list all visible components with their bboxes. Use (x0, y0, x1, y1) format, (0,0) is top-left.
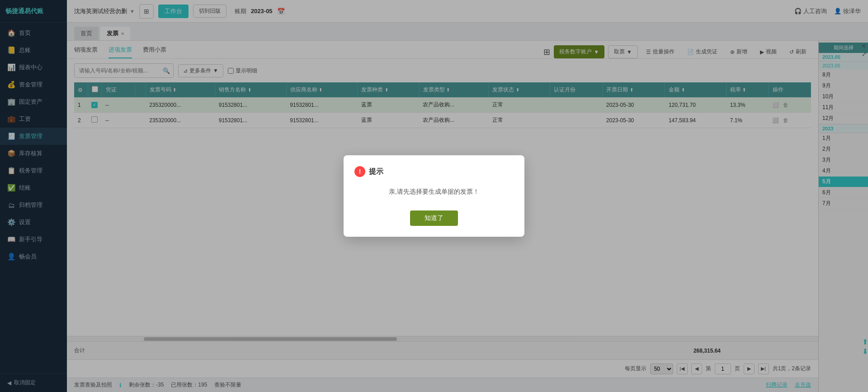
dialog-ok-button[interactable]: 知道了 (410, 210, 458, 226)
dialog-message: 亲,请先选择要生成单据的发票！ (389, 188, 479, 195)
dialog-overlay: ! 提示 亲,请先选择要生成单据的发票！ 知道了 (0, 0, 868, 392)
dialog-footer: 知道了 (354, 210, 514, 226)
dialog-warn-icon: ! (354, 166, 365, 177)
dialog: ! 提示 亲,请先选择要生成单据的发票！ 知道了 (344, 155, 524, 237)
dialog-body: 亲,请先选择要生成单据的发票！ (354, 184, 514, 200)
dialog-title-text: 提示 (369, 167, 383, 177)
dialog-title-row: ! 提示 (354, 166, 514, 177)
